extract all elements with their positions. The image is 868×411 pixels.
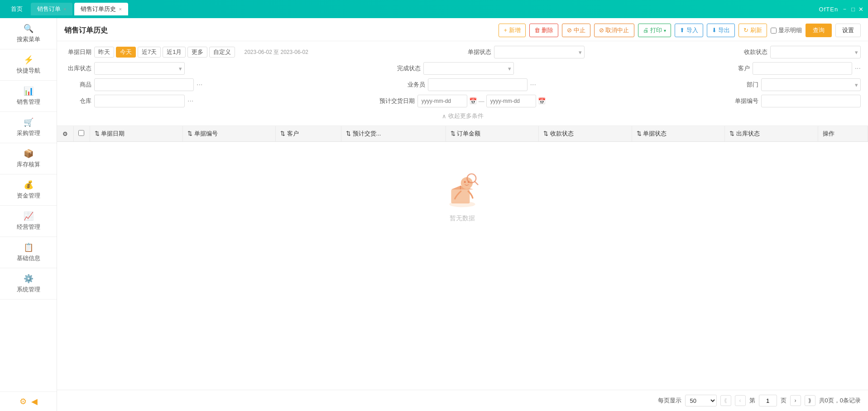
- import-button[interactable]: ⬆ 导入: [675, 24, 703, 37]
- filter-warehouse: 仓库 ···: [64, 95, 193, 107]
- page-number-input[interactable]: [759, 395, 777, 406]
- filter-row-1: 单据日期 昨天 今天 近7天 近1月: [64, 46, 861, 58]
- customer-ellipsis-btn[interactable]: ···: [855, 64, 861, 73]
- col-order-no-label: 单据编号: [194, 130, 218, 137]
- page-next-btn[interactable]: ›: [790, 395, 801, 406]
- expected-date-end[interactable]: [486, 95, 536, 107]
- col-customer[interactable]: ⇅ 客户: [276, 126, 341, 142]
- window-close-icon[interactable]: ✕: [858, 6, 863, 13]
- show-detail-checkbox[interactable]: [771, 28, 777, 34]
- svg-point-3: [464, 181, 466, 183]
- customer-input[interactable]: [753, 62, 852, 75]
- page-prev-btn[interactable]: ‹: [735, 395, 746, 406]
- sidebar-collapse-icon[interactable]: ◀: [31, 396, 38, 406]
- filter-customer: 客户 ···: [723, 62, 861, 75]
- date-btn-yesterday[interactable]: 昨天: [94, 47, 114, 58]
- sidebar-item-basic-info[interactable]: 📋 基础信息: [0, 237, 57, 268]
- page-last-btn[interactable]: ⟫: [805, 395, 815, 406]
- warehouse-input[interactable]: [94, 95, 185, 107]
- salesman-ellipsis-btn[interactable]: ···: [530, 81, 536, 89]
- date-separator: —: [479, 98, 484, 105]
- total-records-text: 共0页，0条记录: [819, 396, 861, 405]
- page-first-btn[interactable]: ⟪: [720, 395, 731, 406]
- dept-select[interactable]: [761, 78, 861, 91]
- date-btn-more[interactable]: 更多: [187, 47, 207, 58]
- col-payment-status[interactable]: ⇅ 收款状态: [539, 126, 632, 142]
- filter-date-range-display: 2023-06-02 至 2023-06-02: [244, 48, 308, 56]
- tab-home[interactable]: 首页: [5, 3, 29, 15]
- col-date[interactable]: ⇅ 单据日期: [90, 126, 182, 142]
- often-label: OfTEn: [819, 6, 839, 13]
- sidebar-item-search-menu[interactable]: 🔍 搜索菜单: [0, 18, 57, 49]
- import-label: ⬆ 导入: [680, 26, 698, 34]
- empty-state: 暂无数据: [57, 142, 868, 250]
- window-minimize-icon[interactable]: －: [842, 5, 848, 13]
- inventory-mgmt-icon: 📦: [24, 149, 34, 159]
- quick-nav-icon: ⚡: [24, 55, 34, 65]
- export-button[interactable]: ⬇ 导出: [707, 24, 735, 37]
- col-order-no[interactable]: ⇅ 单据编号: [182, 126, 275, 142]
- col-settings[interactable]: ⚙: [57, 126, 73, 142]
- sidebar-item-sys-mgmt[interactable]: ⚙️ 系统管理: [0, 268, 57, 300]
- warehouse-ellipsis-btn[interactable]: ···: [187, 97, 193, 105]
- data-table: ⚙ ⇅ 单据日期 ⇅ 单据编号: [57, 126, 868, 250]
- filter-salesman: 业务员 ···: [398, 78, 536, 91]
- goods-ellipsis-btn[interactable]: ···: [197, 81, 202, 89]
- calendar-start-icon[interactable]: 📅: [469, 97, 477, 105]
- export-label: ⬇ 导出: [712, 26, 730, 34]
- goods-input[interactable]: [94, 78, 194, 91]
- order-no-input[interactable]: [761, 95, 861, 107]
- purchase-mgmt-icon: 🛒: [24, 117, 34, 127]
- close-icon-sales-order[interactable]: ×: [63, 6, 66, 12]
- stop-button[interactable]: ⊘ 中止: [562, 24, 590, 37]
- col-customer-label: 客户: [287, 130, 299, 137]
- col-amount[interactable]: ⇅ 订单金额: [446, 126, 538, 142]
- filter-payment-status: 收款状态 ▾: [740, 46, 861, 58]
- select-all-checkbox[interactable]: [78, 130, 84, 136]
- order-no-label: 单据编号: [731, 97, 758, 105]
- cancel-button[interactable]: ⊘ 取消中止: [594, 24, 634, 37]
- new-button[interactable]: + 新增: [499, 24, 525, 37]
- print-dropdown-arrow[interactable]: ▾: [664, 28, 666, 33]
- empty-text: 暂无数据: [450, 214, 475, 222]
- sales-mgmt-icon: 📊: [24, 86, 34, 96]
- search-menu-icon: 🔍: [24, 24, 34, 34]
- date-btn-today[interactable]: 今天: [116, 47, 136, 58]
- bill-status-select[interactable]: [494, 46, 585, 58]
- expected-date-start[interactable]: [417, 95, 467, 107]
- col-out-status[interactable]: ⇅ 出库状态: [725, 126, 818, 142]
- sidebar-item-inventory-mgmt[interactable]: 📦 库存核算: [0, 143, 57, 174]
- sidebar-item-ops-mgmt[interactable]: 📈 经营管理: [0, 206, 57, 237]
- sidebar-item-fund-mgmt[interactable]: 💰 资金管理: [0, 174, 57, 206]
- col-expected-date-label: 预计交货...: [353, 130, 381, 137]
- complete-status-select[interactable]: [423, 62, 514, 75]
- sidebar-settings-icon[interactable]: ⚙: [19, 396, 27, 406]
- payment-status-select[interactable]: [770, 46, 861, 58]
- tab-sales-order[interactable]: 销售订单 ×: [31, 3, 72, 15]
- collapse-row: ∧ 收起更多条件: [64, 111, 861, 121]
- filter-goods: 商品 ···: [64, 78, 202, 91]
- sidebar-item-purchase-mgmt[interactable]: 🛒 采购管理: [0, 112, 57, 143]
- dept-label: 部门: [731, 81, 758, 89]
- collapse-button[interactable]: ∧ 收起更多条件: [442, 112, 484, 120]
- col-expected-date[interactable]: ⇅ 预计交货...: [341, 126, 446, 142]
- delete-button[interactable]: 🗑 删除: [529, 24, 559, 37]
- query-button[interactable]: 查询: [806, 24, 832, 37]
- date-btn-custom[interactable]: 自定义: [209, 47, 235, 58]
- close-icon-sales-order-history[interactable]: ×: [119, 6, 121, 12]
- calendar-end-icon[interactable]: 📅: [538, 97, 546, 105]
- sidebar-item-quick-nav[interactable]: ⚡ 快捷导航: [0, 49, 57, 81]
- sidebar-item-sales-mgmt[interactable]: 📊 销售管理: [0, 81, 57, 112]
- col-checkbox[interactable]: [73, 126, 90, 142]
- salesman-input[interactable]: [428, 78, 528, 91]
- date-btn-last7[interactable]: 近7天: [138, 47, 161, 58]
- date-btn-last1m[interactable]: 近1月: [163, 47, 186, 58]
- col-bill-status[interactable]: ⇅ 单据状态: [632, 126, 724, 142]
- refresh-button[interactable]: ↻ 刷新: [739, 24, 767, 37]
- tab-sales-order-history[interactable]: 销售订单历史 ×: [74, 3, 128, 15]
- print-button[interactable]: 🖨 打印 ▾: [638, 24, 671, 37]
- page-size-select[interactable]: 10 20 50 100: [685, 395, 717, 406]
- settings-button[interactable]: 设置: [835, 24, 861, 37]
- window-maximize-icon[interactable]: □: [851, 6, 855, 13]
- out-status-select[interactable]: [94, 62, 185, 75]
